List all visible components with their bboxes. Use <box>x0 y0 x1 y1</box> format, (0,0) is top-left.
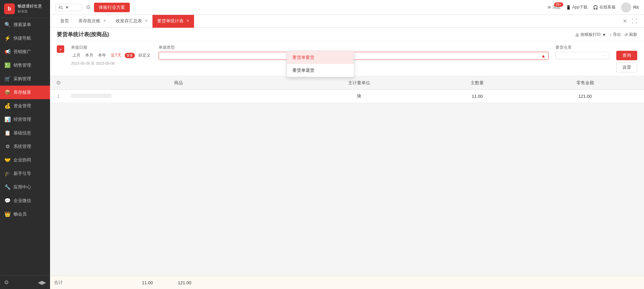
filter-date-more-badge[interactable]: 更多 <box>125 53 135 58</box>
filter-buttons: 查询 设置 <box>616 45 637 72</box>
filter-date-this-year[interactable]: 本年 <box>97 52 108 59</box>
collapse-icon[interactable]: ◀▶ <box>38 279 46 286</box>
tab-requisition-close[interactable]: ✕ <box>186 19 189 23</box>
page-title: 要货单统计表(按商品) <box>57 31 109 38</box>
footer-total-amount: 121.00 <box>168 280 201 285</box>
sidebar-item-quick-nav-label: 快捷导航 <box>14 35 31 41</box>
username: Rit <box>633 5 639 10</box>
filter-date-last-month[interactable]: 上月 <box>71 52 82 59</box>
tab-home-label: 首页 <box>60 18 69 24</box>
operations-icon: 📊 <box>4 116 11 123</box>
print-btn[interactable]: 🖨 按模板打印 ▼ <box>575 32 606 38</box>
table-footer-wrapper: 合计 11.00 121.00 <box>50 276 644 289</box>
topbar-gear-icon[interactable]: ⚙ <box>86 4 91 10</box>
filter-type-arrow-icon: ▲ <box>541 53 546 59</box>
tab-close-all-icon[interactable]: ✕ <box>621 17 628 26</box>
filter-date-this-month[interactable]: 本月 <box>84 52 95 59</box>
filter-warehouse-input[interactable]: ··· <box>555 52 610 59</box>
sidebar-item-guide[interactable]: 🎓 新手引导 <box>0 167 50 180</box>
dropdown-item-yaohuo[interactable]: 要货单要货 <box>287 51 354 64</box>
sidebar-item-search[interactable]: 🔍 搜索菜单 <box>0 18 50 31</box>
sidebar-item-member[interactable]: 👑 畅会员 <box>0 207 50 221</box>
page-header: 要货单统计表(按商品) 🖨 按模板打印 ▼ ↑ 导出 ↺ 刷新 <box>50 28 644 41</box>
trial-btn[interactable]: 体验行业方案 <box>94 3 130 12</box>
topbar: 41 ▼ ⚙ 体验行业方案 ✉ 消息 99+ 📱 App下载 🎧 在线客服 R <box>50 0 644 15</box>
app-edition: 标准版 <box>18 9 42 14</box>
table: ⚙ 商品 主计量单位 主数量 零售金额 1 块 11.00 <box>50 76 644 103</box>
sidebar-item-purchase[interactable]: 🛒 采购管理 <box>0 72 50 86</box>
filter-date-custom[interactable]: 自定义 <box>137 52 152 59</box>
print-label: 按模板打印 <box>580 32 601 38</box>
topbar-right: ✉ 消息 99+ 📱 App下载 🎧 在线客服 Rit <box>548 2 639 13</box>
tab-collection[interactable]: 收发存汇总表 ✕ <box>111 15 152 28</box>
settings-icon[interactable]: ⚙ <box>4 279 9 286</box>
refresh-label: 刷新 <box>629 32 637 38</box>
sidebar-item-app-center[interactable]: 🔧 应用中心 <box>0 180 50 194</box>
sidebar-item-operations-label: 经营管理 <box>14 116 31 123</box>
tab-requisition[interactable]: 要货单统计表 ✕ <box>152 15 194 28</box>
type-dropdown: 要货单要货 要货单退货 <box>287 51 354 77</box>
footer-label: 合计 <box>54 280 63 286</box>
col-qty: 主数量 <box>428 76 526 90</box>
user-area[interactable]: Rit <box>621 2 639 13</box>
filter-date-range: 2023-05-06 至 2023-06-06 <box>71 61 152 66</box>
sidebar-item-basic[interactable]: 📋 基础信息 <box>0 126 50 140</box>
tab-batch-close[interactable]: ✕ <box>103 19 106 23</box>
sidebar-item-purchase-label: 采购管理 <box>14 76 31 82</box>
dropdown-item-tui[interactable]: 要货单退货 <box>287 64 354 77</box>
page-actions: 🖨 按模板打印 ▼ ↑ 导出 ↺ 刷新 <box>575 32 637 38</box>
service-btn[interactable]: 🎧 在线客服 <box>593 4 616 10</box>
sidebar-item-inventory-label: 库存核算 <box>14 89 31 95</box>
filter-date-7days[interactable]: 近7天 <box>110 52 123 59</box>
sidebar-header: b 畅捷通好生意 标准版 <box>0 0 50 18</box>
selector-arrow: ▼ <box>65 5 69 10</box>
tab-home[interactable]: 首页 <box>55 15 74 28</box>
sidebar-item-enterprise[interactable]: 🤝 企业协同 <box>0 153 50 167</box>
tab-batch[interactable]: 库存批次账 ✕ <box>74 15 111 28</box>
company-selector[interactable]: 41 ▼ <box>55 4 82 11</box>
filter-type-label: 单据类型 <box>159 45 549 50</box>
sidebar-item-marketing[interactable]: 📢 营销推广 <box>0 45 50 59</box>
tab-collection-close[interactable]: ✕ <box>145 19 148 23</box>
sidebar-item-wechat[interactable]: 💬 企业微信 <box>0 194 50 207</box>
filter-more-btn[interactable]: ··· <box>603 53 606 58</box>
app-download-btn[interactable]: 📱 App下载 <box>566 4 588 10</box>
print-icon: 🖨 <box>575 32 579 37</box>
filter-warehouse-group: 要货仓库 ··· <box>555 45 610 59</box>
company-value: 41 <box>58 5 63 10</box>
col-gear-icon[interactable]: ⚙ <box>56 80 61 86</box>
marketing-icon: 📢 <box>4 48 11 55</box>
sidebar-item-inventory[interactable]: 📦 库存核算 <box>0 86 50 99</box>
query-btn[interactable]: 查询 <box>616 51 637 60</box>
export-btn[interactable]: ↑ 导出 <box>610 32 621 38</box>
filter-expand-btn[interactable]: » <box>57 45 64 53</box>
system-icon: ⚙ <box>4 143 11 150</box>
purchase-icon: 🛒 <box>4 75 11 82</box>
table-header-row: ⚙ 商品 主计量单位 主数量 零售金额 <box>50 76 644 90</box>
sidebar-item-enterprise-label: 企业协同 <box>14 157 31 163</box>
sidebar-item-system[interactable]: ⚙ 系统管理 <box>0 140 50 153</box>
sidebar-footer: ⚙ ◀▶ <box>0 275 50 289</box>
setting-btn[interactable]: 设置 <box>616 62 637 72</box>
dropdown-item-yaohuo-label: 要货单要货 <box>292 55 314 60</box>
sidebar-item-basic-label: 基础信息 <box>14 130 31 136</box>
row-amount: 121.00 <box>526 90 644 103</box>
tab-requisition-label: 要货单统计表 <box>157 18 184 24</box>
table-footer: 合计 11.00 121.00 <box>50 276 644 289</box>
sidebar-item-wechat-label: 企业微信 <box>14 198 31 204</box>
message-icon: ✉ <box>548 5 551 10</box>
page-content: 要货单统计表(按商品) 🖨 按模板打印 ▼ ↑ 导出 ↺ 刷新 <box>50 28 644 289</box>
print-arrow: ▼ <box>602 32 606 37</box>
app-name: 畅捷通好生意 <box>18 4 42 9</box>
sidebar-item-sales-label: 销售管理 <box>14 62 31 68</box>
refresh-btn[interactable]: ↺ 刷新 <box>624 32 637 38</box>
tab-fullscreen-icon[interactable]: ⛶ <box>630 17 639 26</box>
message-btn[interactable]: ✉ 消息 99+ <box>548 4 560 10</box>
sidebar-item-sales[interactable]: 💹 销售管理 <box>0 59 50 72</box>
sidebar-item-operations[interactable]: 📊 经营管理 <box>0 113 50 126</box>
sidebar-item-quick-nav[interactable]: ⚡ 快捷导航 <box>0 31 50 45</box>
member-icon: 👑 <box>4 211 11 218</box>
expand-icon: » <box>59 47 62 52</box>
filter-warehouse-label: 要货仓库 <box>555 45 610 50</box>
sidebar-item-finance[interactable]: 💰 资金管理 <box>0 99 50 113</box>
